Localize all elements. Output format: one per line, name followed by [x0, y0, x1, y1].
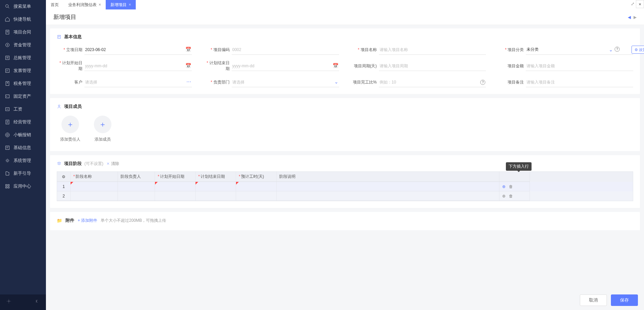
cell-hours[interactable]: [236, 182, 277, 191]
close-icon[interactable]: ×: [99, 2, 101, 7]
sidebar-item-assets[interactable]: 固定资产: [0, 90, 46, 103]
add-owner-button[interactable]: ＋添加责任人: [60, 116, 80, 142]
customer-select[interactable]: [84, 77, 192, 87]
cell-end[interactable]: [196, 191, 236, 201]
svg-rect-5: [6, 81, 9, 86]
sidebar-item-baseinfo[interactable]: 基础信息: [0, 141, 46, 154]
user-icon: [57, 104, 61, 109]
table-row[interactable]: 2 ⊕🗑: [57, 191, 633, 201]
tab-profit[interactable]: 业务利润预估表×: [63, 0, 106, 9]
sidebar-item-salary[interactable]: 工资: [0, 103, 46, 116]
clear-button[interactable]: 清除: [106, 161, 119, 167]
next-icon[interactable]: ▶: [634, 15, 637, 20]
page-header: 新增项目 ◀ ▶: [46, 9, 644, 25]
chevron-down-icon[interactable]: ⌄: [334, 79, 338, 85]
label-class: 项目分类: [498, 47, 524, 53]
sidebar-item-appcenter[interactable]: 应用中心: [0, 180, 46, 193]
col-start: 计划开始日期: [158, 174, 184, 180]
add-member-button[interactable]: ＋添加成员: [94, 116, 111, 142]
more-icon[interactable]: ⋯: [186, 79, 191, 85]
sidebar-item-search[interactable]: 搜索菜单: [0, 0, 46, 13]
gear-icon[interactable]: [6, 299, 11, 304]
cell-stage-name[interactable]: [71, 182, 118, 191]
col-actions: 下方插入行: [499, 172, 530, 182]
amount-input[interactable]: [526, 61, 633, 71]
add-row-icon[interactable]: ⊕: [502, 184, 506, 189]
help-icon[interactable]: ?: [480, 79, 485, 85]
label-code: 项目编码: [204, 47, 230, 53]
sidebar-item-quicknav[interactable]: 快捷导航: [0, 13, 46, 26]
sidebar-item-funds[interactable]: 资金管理: [0, 39, 46, 51]
cell-end[interactable]: [196, 182, 236, 191]
calendar-icon[interactable]: 📅: [185, 47, 191, 52]
sidebar-item-expense[interactable]: 小畅报销: [0, 128, 46, 141]
sidebar-item-invoice[interactable]: 发票管理: [0, 64, 46, 77]
sidebar-item-system[interactable]: 系统管理: [0, 154, 46, 167]
tab-bar: 首页 业务利润预估表× 新增项目× ⤢ ×: [46, 0, 644, 9]
tab-newproject[interactable]: 新增项目×: [106, 0, 136, 9]
label-end: 计划结束日期: [204, 60, 230, 72]
col-owner: 阶段负责人: [121, 174, 141, 180]
remark-input[interactable]: [526, 77, 633, 87]
cell-owner[interactable]: [118, 191, 155, 201]
cell-start[interactable]: [155, 182, 196, 191]
delete-row-icon[interactable]: 🗑: [509, 194, 513, 198]
period-input[interactable]: [379, 61, 486, 71]
col-hours: 预计工时(天): [239, 174, 264, 180]
close-icon[interactable]: ×: [129, 2, 131, 7]
close-icon[interactable]: ×: [636, 0, 644, 8]
chevron-down-icon[interactable]: ⌄: [609, 47, 613, 52]
sidebar-item-tax[interactable]: 税务管理: [0, 77, 46, 90]
cell-owner[interactable]: [118, 182, 155, 191]
cell-start[interactable]: [155, 191, 196, 201]
svg-rect-6: [6, 95, 9, 98]
svg-point-7: [6, 96, 7, 96]
gear-icon[interactable]: ⚙: [57, 172, 71, 182]
row-index: 2: [57, 191, 71, 201]
calendar-icon[interactable]: 📅: [333, 63, 338, 68]
cell-desc[interactable]: [277, 182, 499, 191]
svg-point-20: [58, 105, 60, 106]
svg-point-11: [6, 134, 8, 136]
sidebar-item-ledger[interactable]: 总账管理: [0, 51, 46, 64]
delete-row-icon[interactable]: 🗑: [509, 184, 513, 189]
pct-input[interactable]: [379, 77, 486, 87]
row-index: 1: [57, 182, 71, 191]
add-attachment-button[interactable]: + 添加附件: [78, 218, 97, 223]
prev-icon[interactable]: ◀: [628, 15, 631, 20]
end-input[interactable]: [232, 61, 339, 71]
sidebar-item-contract[interactable]: 项目合同: [0, 26, 46, 39]
add-row-icon[interactable]: ⊕: [502, 194, 506, 198]
calendar-icon[interactable]: 📅: [185, 63, 191, 68]
cancel-button[interactable]: 取消: [580, 294, 607, 306]
cell-hours[interactable]: [236, 191, 277, 201]
section-title-stages: 项目阶段: [64, 161, 82, 167]
save-button[interactable]: 保存: [611, 294, 638, 306]
help-icon[interactable]: ?: [615, 47, 620, 52]
dept-select[interactable]: [232, 77, 339, 87]
start-input[interactable]: [84, 61, 192, 71]
sidebar-item-guide[interactable]: 新手引导: [0, 167, 46, 180]
cell-desc[interactable]: [277, 191, 499, 201]
label-name: 项目名称: [351, 47, 377, 53]
table-row[interactable]: 1 ⊕🗑: [57, 182, 633, 191]
svg-rect-19: [58, 35, 60, 38]
label-date: 立项日期: [57, 47, 82, 53]
expand-icon[interactable]: ⤢: [631, 1, 635, 6]
cell-stage-name[interactable]: [71, 191, 118, 201]
name-input[interactable]: [379, 45, 486, 55]
label-amount: 项目金额: [498, 63, 524, 69]
date-input[interactable]: [84, 45, 192, 55]
label-start: 计划开始日期: [57, 60, 82, 72]
settings-button[interactable]: ⚙ 设置: [632, 46, 644, 54]
col-end: 计划结束日期: [198, 174, 225, 180]
tooltip-insert-below: 下方插入行: [506, 162, 532, 171]
collapse-icon[interactable]: [34, 299, 40, 304]
label-remark: 项目备注: [498, 79, 524, 85]
code-input[interactable]: [232, 45, 339, 55]
col-stage-name: 阶段名称: [73, 174, 92, 180]
tab-home[interactable]: 首页: [46, 0, 63, 9]
label-customer: 客户: [57, 79, 82, 85]
sidebar-item-business[interactable]: 经营管理: [0, 116, 46, 128]
folder-icon: 📁: [57, 218, 62, 223]
